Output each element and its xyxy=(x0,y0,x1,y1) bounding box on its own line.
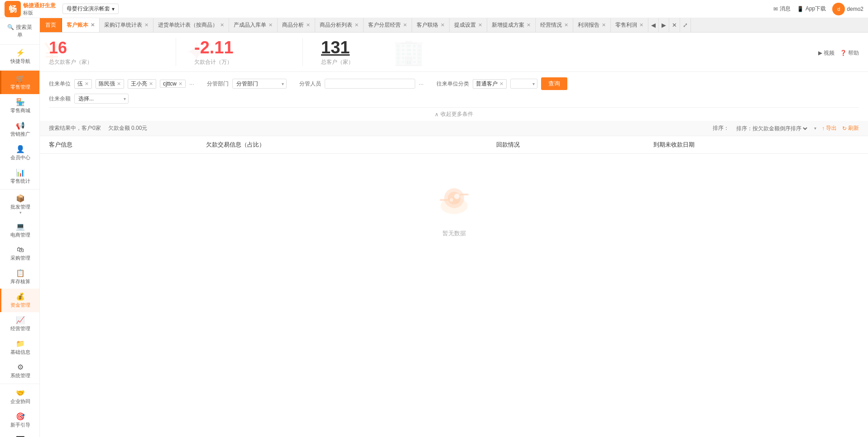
empty-icon xyxy=(432,181,477,226)
app-download-btn[interactable]: 📱 App下载 xyxy=(797,5,826,13)
tab-close-segment[interactable]: ✕ xyxy=(403,22,407,28)
tab-close-add-commission[interactable]: ✕ xyxy=(527,22,531,28)
tab-prev-btn[interactable]: ◀ xyxy=(648,18,659,33)
tab-close-all-btn[interactable]: ✕ xyxy=(669,18,680,33)
sidebar-item-retail-stats[interactable]: 📊 零售统计 xyxy=(0,165,39,188)
sidebar-item-retail-mgmt[interactable]: 🛒 零售管理 xyxy=(0,71,39,94)
sidebar-item-operations[interactable]: 📈 经营管理 xyxy=(0,312,39,336)
search-menu-button[interactable]: 🔍 搜索菜单 xyxy=(4,22,36,41)
sidebar-item-wholesale[interactable]: 📦 批发管理 ▾ xyxy=(0,190,39,218)
tab-add-commission[interactable]: 新增提成方案 ✕ xyxy=(487,18,536,33)
tab-close-production[interactable]: ✕ xyxy=(269,22,273,28)
stat-total-customers: 🏢 131 总客户（家） xyxy=(302,38,429,66)
filter-row-2: 往来余额 选择... ▾ xyxy=(49,94,859,104)
tab-bar: 首页 客户账本 ✕ 采购订单统计表 ✕ 进货单统计表（按商品） ✕ 产成品入库单… xyxy=(40,18,868,33)
stat-debt-customers-value: 16 xyxy=(49,38,139,57)
sidebar-item-ecommerce[interactable]: 💻 电商管理 xyxy=(0,218,39,242)
remove-tag-cj[interactable]: ✕ xyxy=(178,81,182,87)
sidebar-item-finance[interactable]: 💰 资金管理 xyxy=(0,289,39,312)
tab-close-business[interactable]: ✕ xyxy=(564,22,568,28)
sidebar-item-system[interactable]: ⚙ 系统管理 xyxy=(0,359,39,383)
remove-tag-category[interactable]: ✕ xyxy=(499,81,504,87)
page-content: ¥ 16 总欠款客户（家） ✦ -2.11 欠款合计（万） 🏢 131 xyxy=(40,33,868,437)
tab-production[interactable]: 产成品入库单 ✕ xyxy=(229,18,278,33)
person-input[interactable] xyxy=(325,79,415,89)
filter-more-tags[interactable]: ··· xyxy=(189,81,194,87)
tab-close-product-list[interactable]: ✕ xyxy=(355,22,359,28)
collab-icon: 🤝 xyxy=(16,389,25,397)
remove-tag-wu[interactable]: ✕ xyxy=(85,81,89,87)
balance-select-wrap: 选择... ▾ xyxy=(74,94,129,104)
col-debt-info: 欠款交易信息（占比） xyxy=(197,136,487,154)
sidebar-item-quick-nav[interactable]: ⚡ 快捷导航 xyxy=(0,45,39,68)
dept-select[interactable]: 分管部门 xyxy=(232,79,287,89)
tab-maximize-btn[interactable]: ⤢ xyxy=(680,18,691,33)
user-menu[interactable]: d demo2 xyxy=(832,3,863,15)
refresh-btn[interactable]: ↻ 刷新 xyxy=(842,124,859,132)
sort-label: 排序： xyxy=(713,124,729,132)
sidebar-item-basic-info[interactable]: 📁 基础信息 xyxy=(0,336,39,359)
person-more-icon[interactable]: ··· xyxy=(419,81,424,87)
stats-help: ▶ 视频 ❓ 帮助 xyxy=(818,48,859,57)
tab-close-purchase[interactable]: ✕ xyxy=(144,22,149,28)
video-help-btn[interactable]: ▶ 视频 xyxy=(818,49,834,57)
tab-home[interactable]: 首页 xyxy=(40,18,62,33)
category-filter-label: 往来单位分类 xyxy=(436,80,469,88)
remove-tag-wang[interactable]: ✕ xyxy=(149,81,153,87)
tab-customer-ledger[interactable]: 客户账本 ✕ xyxy=(62,18,100,33)
tab-close-product-analysis[interactable]: ✕ xyxy=(306,22,310,28)
tab-customer-segment[interactable]: 客户分层经营 ✕ xyxy=(364,18,412,33)
sidebar: 🔍 搜索菜单 ⚡ 快捷导航 🛒 零售管理 🏪 零售商城 📢 营 xyxy=(0,18,40,437)
sidebar-item-retail-mall[interactable]: 🏪 零售商城 xyxy=(0,94,39,118)
tab-next-btn[interactable]: ▶ xyxy=(659,18,669,33)
sidebar-item-purchase[interactable]: 🛍 采购管理 xyxy=(0,242,39,265)
category-select[interactable] xyxy=(510,79,537,89)
tab-close-contact[interactable]: ✕ xyxy=(441,22,445,28)
collapse-filter-btn[interactable]: ∧ 收起更多条件 xyxy=(49,107,859,121)
remove-tag-chen[interactable]: ✕ xyxy=(117,81,121,87)
person-filter-label: 分管人员 xyxy=(299,80,321,88)
tab-product-analysis-list[interactable]: 商品分析列表 ✕ xyxy=(315,18,364,33)
tab-retail-profit[interactable]: 零售利润 ✕ xyxy=(611,18,648,33)
tab-commission-settings[interactable]: 提成设置 ✕ xyxy=(450,18,487,33)
star-icon: ⚡ xyxy=(16,48,25,57)
balance-select[interactable]: 选择... xyxy=(74,94,129,104)
content-area: 首页 客户账本 ✕ 采购订单统计表 ✕ 进货单统计表（按商品） ✕ 产成品入库单… xyxy=(40,18,868,437)
tab-close-commission[interactable]: ✕ xyxy=(478,22,482,28)
sidebar-search[interactable]: 🔍 搜索菜单 xyxy=(0,18,39,45)
tab-business[interactable]: 经营情况 ✕ xyxy=(536,18,573,33)
sort-select[interactable]: 排序：按欠款金额倒序排序 xyxy=(734,125,809,132)
sidebar-item-marketing[interactable]: 📢 营销推广 xyxy=(0,118,39,141)
query-button[interactable]: 查询 xyxy=(541,77,567,90)
wholesale-icon: 📦 xyxy=(16,194,25,203)
messages-btn[interactable]: ✉ 消息 xyxy=(773,5,791,13)
tab-customer-contact[interactable]: 客户联络 ✕ xyxy=(412,18,450,33)
tab-close-customer-ledger[interactable]: ✕ xyxy=(91,22,95,28)
tab-close-retail-profit[interactable]: ✕ xyxy=(639,22,643,28)
tab-inbound-stats[interactable]: 进货单统计表（按商品） ✕ xyxy=(153,18,229,33)
logo: 畅 畅捷通好生意 标版 xyxy=(5,1,56,17)
purchase-icon: 🛍 xyxy=(17,246,24,254)
help-btn[interactable]: ❓ 帮助 xyxy=(840,49,859,57)
sidebar-item-inventory[interactable]: 📋 库存核算 xyxy=(0,265,39,289)
export-btn[interactable]: ↑ 导出 xyxy=(822,124,837,132)
result-bar: 搜索结果中，客户0家 欠款金额 0.00元 排序： 排序：按欠款金额倒序排序 ▾… xyxy=(40,121,868,136)
tab-close-profit[interactable]: ✕ xyxy=(602,22,606,28)
filter-tag-wu: 伍 ✕ xyxy=(74,79,92,89)
account-selector[interactable]: 母婴行业演示帐套 ▾ xyxy=(62,4,119,14)
stat-debt-customers-label: 总欠款客户（家） xyxy=(49,58,139,66)
message-icon: ✉ xyxy=(773,6,778,12)
tab-profit-report[interactable]: 利润报告 ✕ xyxy=(573,18,611,33)
chevron-up-icon: ∧ xyxy=(435,111,439,118)
retail-icon: 🛒 xyxy=(16,74,25,83)
top-bar: 畅 畅捷通好生意 标版 母婴行业演示帐套 ▾ ✉ 消息 📱 App下载 d de… xyxy=(0,0,868,18)
svg-rect-5 xyxy=(460,194,469,195)
tab-close-inbound[interactable]: ✕ xyxy=(220,22,224,28)
sidebar-item-member-center[interactable]: 👤 会员中心 xyxy=(0,141,39,165)
logo-text: 畅捷通好生意 标版 xyxy=(23,2,56,16)
sidebar-item-enterprise-collab[interactable]: 🤝 企业协同 xyxy=(0,385,39,408)
tab-purchase-order[interactable]: 采购订单统计表 ✕ xyxy=(100,18,153,33)
sidebar-item-app-center[interactable]: 🔲 应用中心 xyxy=(0,432,39,437)
sidebar-item-guide[interactable]: 🎯 新手引导 xyxy=(0,408,39,432)
tab-product-analysis[interactable]: 商品分析 ✕ xyxy=(278,18,315,33)
